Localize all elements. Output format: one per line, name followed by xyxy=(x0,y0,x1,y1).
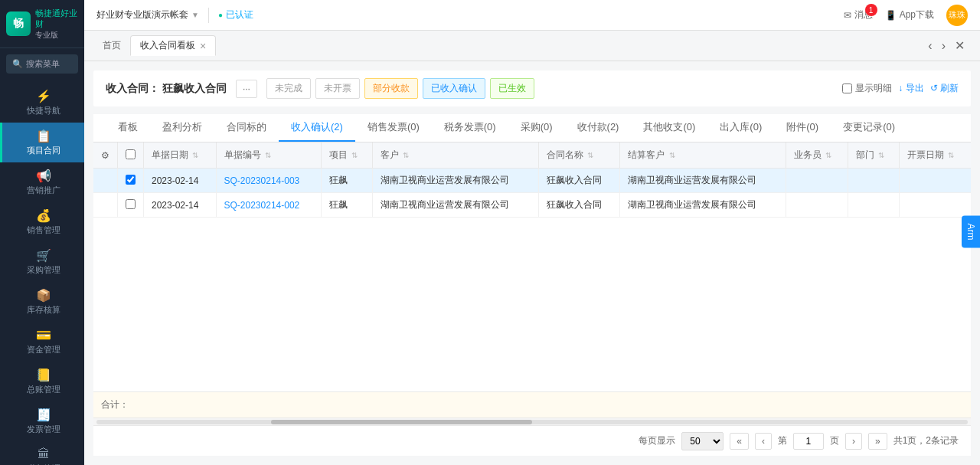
sub-tab-warehouse[interactable]: 出入库(0) xyxy=(707,114,774,142)
last-page-button[interactable]: » xyxy=(868,433,887,450)
col-invoice-date-header[interactable]: 开票日期 ⇅ xyxy=(899,142,971,169)
tab-contract-board[interactable]: 收入合同看板 × xyxy=(130,35,216,56)
col-settlement-header[interactable]: 结算客户 ⇅ xyxy=(620,142,786,169)
sub-tab-change-log[interactable]: 变更记录(0) xyxy=(831,114,907,142)
sidebar-item-ledger[interactable]: 📒 总账管理 xyxy=(0,362,84,401)
horizontal-scrollbar[interactable] xyxy=(93,418,971,425)
sub-tabs: 看板 盈利分析 合同标的 收入确认(2) 销售发票(0) 税务发票(0) 采购(… xyxy=(93,114,971,142)
select-all-checkbox[interactable] xyxy=(126,149,136,159)
prev-page-button[interactable]: ‹ xyxy=(755,433,772,450)
col-dept-header[interactable]: 部门 ⇅ xyxy=(848,142,899,169)
quick-nav-icon: ⚡ xyxy=(36,89,51,103)
scrollbar-thumb[interactable] xyxy=(271,420,532,424)
status-active-btn[interactable]: 已生效 xyxy=(490,78,534,99)
sidebar-item-purchase[interactable]: 🛒 采购管理 xyxy=(0,242,84,282)
more-button[interactable]: ··· xyxy=(236,80,257,98)
ledger-icon: 📒 xyxy=(36,368,51,382)
first-page-button[interactable]: « xyxy=(730,433,749,450)
app-logo-text: 畅捷通好业财 专业版 xyxy=(35,8,78,40)
tab-label: 收入合同看板 xyxy=(140,39,195,52)
col-contract-header[interactable]: 合同名称 ⇅ xyxy=(538,142,620,169)
row1-settings xyxy=(93,169,118,193)
next-page-button[interactable]: › xyxy=(845,433,862,450)
sidebar-item-invoice[interactable]: 🧾 发票管理 xyxy=(0,401,84,441)
row2-number-link[interactable]: SQ-20230214-002 xyxy=(224,200,300,211)
row1-checkbox[interactable] xyxy=(126,175,136,185)
sub-tab-contract-items[interactable]: 合同标的 xyxy=(214,114,279,142)
sub-tab-other-income[interactable]: 其他收支(0) xyxy=(631,114,707,142)
refresh-button[interactable]: ↺ 刷新 xyxy=(930,82,959,95)
status-partial-btn[interactable]: 部分收款 xyxy=(364,78,418,99)
tab-home[interactable]: 首页 xyxy=(96,36,127,55)
scrollbar-track[interactable] xyxy=(96,420,968,424)
page-size-select[interactable]: 50 20 100 xyxy=(681,432,724,450)
sidebar-item-funds[interactable]: 💳 资金管理 xyxy=(0,322,84,362)
status-incomplete-btn[interactable]: 未完成 xyxy=(266,78,311,99)
page-number-input[interactable] xyxy=(793,433,824,450)
tab-close-button[interactable]: × xyxy=(200,40,206,52)
chevron-down-icon: ▼ xyxy=(191,11,199,19)
topbar: 好业财专业版演示帐套 ▼ 已认证 ✉ 消息 1 📱 App下载 珠珠 xyxy=(84,0,980,31)
sidebar-item-inventory[interactable]: 📦 库存核算 xyxy=(0,282,84,322)
arm-button[interactable]: Arm xyxy=(962,215,980,247)
total-info: 共1页，2条记录 xyxy=(893,434,959,447)
settlement-sort-icon: ⇅ xyxy=(669,151,675,159)
export-button[interactable]: ↓ 导出 xyxy=(898,82,923,95)
col-checkbox-header[interactable] xyxy=(118,142,144,169)
app-logo-icon: 畅 xyxy=(6,11,31,36)
table-row[interactable]: 2023-02-14 SQ-20230214-003 狂飙 湖南卫视商业运营发展… xyxy=(93,169,971,193)
page-title: 收入合同： 狂飙收入合同 xyxy=(106,82,227,96)
purchase-icon: 🛒 xyxy=(36,248,51,263)
sub-tab-tax-invoice[interactable]: 税务发票(0) xyxy=(432,114,508,142)
sub-tab-attachments[interactable]: 附件(0) xyxy=(774,114,831,142)
col-customer-header[interactable]: 客户 ⇅ xyxy=(372,142,538,169)
page-header: 收入合同： 狂飙收入合同 ··· 未完成 未开票 部分收款 已收入确认 已生效 xyxy=(93,70,971,106)
display-detail-checkbox[interactable] xyxy=(842,84,852,93)
sub-tab-board[interactable]: 看板 xyxy=(106,114,150,142)
tab-bar-actions: ‹ › ✕ xyxy=(925,35,968,56)
row2-project: 狂飙 xyxy=(321,193,372,218)
col-number-header[interactable]: 单据编号 ⇅ xyxy=(216,142,321,169)
sub-tab-sales-invoice[interactable]: 销售发票(0) xyxy=(355,114,432,142)
row2-checkbox[interactable] xyxy=(126,199,136,209)
row1-number-link[interactable]: SQ-20230214-003 xyxy=(224,175,300,186)
marketing-icon: 📢 xyxy=(36,169,51,183)
right-action-panel: Arm xyxy=(962,215,980,250)
user-avatar[interactable]: 珠珠 xyxy=(946,5,968,26)
search-menu-button[interactable]: 🔍 搜索菜单 xyxy=(6,54,78,74)
row2-checkbox-cell[interactable] xyxy=(118,193,144,218)
sidebar-item-tax[interactable]: 🏛 税务管理 xyxy=(0,441,84,465)
row2-number[interactable]: SQ-20230214-002 xyxy=(216,193,321,218)
project-contract-icon: 📋 xyxy=(36,129,51,143)
display-detail-toggle[interactable]: 显示明细 xyxy=(842,82,892,95)
sidebar-item-marketing[interactable]: 📢 营销推广 xyxy=(0,162,84,202)
message-icon: ✉ xyxy=(844,10,851,21)
sub-tab-purchase[interactable]: 采购(0) xyxy=(508,114,565,142)
sidebar-item-project-contract[interactable]: 📋 项目合同 xyxy=(0,123,84,162)
tab-close-all[interactable]: ✕ xyxy=(952,35,968,56)
sidebar-item-quick-nav[interactable]: ⚡ 快捷导航 xyxy=(0,83,84,123)
settings-icon[interactable]: ⚙ xyxy=(101,150,109,161)
row2-settlement: 湖南卫视商业运营发展有限公司 xyxy=(620,193,786,218)
company-selector[interactable]: 好业财专业版演示帐套 ▼ xyxy=(96,8,199,21)
status-confirmed-btn[interactable]: 已收入确认 xyxy=(423,78,485,99)
download-icon: 📱 xyxy=(885,10,897,21)
row1-number[interactable]: SQ-20230214-003 xyxy=(216,169,321,193)
col-date-header[interactable]: 单据日期 ⇅ xyxy=(144,142,217,169)
col-settings-header[interactable]: ⚙ xyxy=(93,142,118,169)
table-row[interactable]: 2023-02-14 SQ-20230214-002 狂飙 湖南卫视商业运营发展… xyxy=(93,193,971,218)
status-uninvoiced-btn[interactable]: 未开票 xyxy=(315,78,360,99)
sub-tab-payment[interactable]: 收付款(2) xyxy=(565,114,632,142)
tab-nav-prev[interactable]: ‹ xyxy=(925,35,935,56)
tab-nav-next[interactable]: › xyxy=(939,35,949,56)
sidebar-item-sales[interactable]: 💰 销售管理 xyxy=(0,202,84,242)
row1-checkbox-cell[interactable] xyxy=(118,169,144,193)
sub-tab-profit[interactable]: 盈利分析 xyxy=(150,114,214,142)
app-download-button[interactable]: 📱 App下载 xyxy=(885,8,934,21)
row2-settings xyxy=(93,193,118,218)
col-project-header[interactable]: 项目 ⇅ xyxy=(321,142,372,169)
data-table-container: ⚙ 单据日期 ⇅ 单据编号 ⇅ xyxy=(93,142,971,391)
col-salesman-header[interactable]: 业务员 ⇅ xyxy=(786,142,848,169)
sub-tab-revenue-confirm[interactable]: 收入确认(2) xyxy=(279,114,355,142)
message-button[interactable]: ✉ 消息 1 xyxy=(844,8,873,21)
